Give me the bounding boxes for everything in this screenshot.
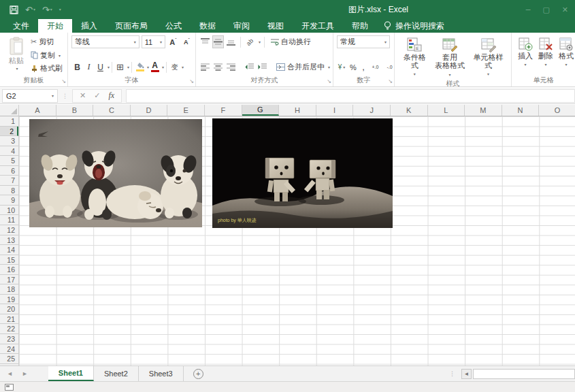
conditional-formatting-button[interactable]: ≤ 条件格式 ▾: [398, 35, 431, 79]
font-size-select[interactable]: 11 ▾: [142, 35, 165, 48]
row-header[interactable]: 23: [0, 334, 18, 344]
column-header[interactable]: D: [131, 105, 168, 116]
tab-scroll-splitter[interactable]: ⋮: [449, 370, 456, 377]
merge-center-button[interactable]: 合并后居中 ▾: [276, 61, 330, 73]
row-header[interactable]: 7: [0, 176, 18, 186]
cut-button[interactable]: ✂ 剪切: [31, 36, 63, 48]
ribbon-tab[interactable]: 开始: [38, 19, 72, 33]
column-header[interactable]: E: [167, 105, 205, 116]
row-header[interactable]: 8: [0, 186, 18, 196]
align-right-button[interactable]: [225, 61, 237, 74]
bold-button[interactable]: B: [71, 61, 83, 74]
borders-button[interactable]: ⊞: [114, 61, 126, 74]
column-header[interactable]: L: [428, 105, 465, 116]
phonetic-guide-button[interactable]: 变: [169, 61, 180, 74]
minimize-button[interactable]: ─: [526, 5, 531, 14]
increase-decimal-button[interactable]: +.0: [369, 61, 381, 74]
row-header[interactable]: 19: [0, 295, 18, 305]
row-header[interactable]: 6: [0, 166, 18, 176]
macro-record-button[interactable]: [5, 384, 14, 391]
row-header[interactable]: 17: [0, 275, 18, 285]
ribbon-tab[interactable]: 开发工具: [293, 19, 343, 33]
sheet-tab[interactable]: Sheet1: [48, 366, 94, 381]
grow-font-button[interactable]: Aˆ: [167, 35, 179, 48]
shrink-font-button[interactable]: Aˇ: [181, 35, 193, 48]
format-painter-button[interactable]: 格式刷: [31, 63, 63, 74]
embedded-image-puppies[interactable]: [29, 119, 202, 227]
row-header[interactable]: 16: [0, 265, 18, 275]
row-header[interactable]: 14: [0, 245, 18, 255]
row-header[interactable]: 24: [0, 344, 18, 355]
ribbon-tab[interactable]: 页面布局: [106, 19, 157, 33]
row-header[interactable]: 11: [0, 215, 18, 225]
name-box[interactable]: G2 ▾: [2, 89, 58, 103]
number-dialog-launcher[interactable]: ↘: [388, 79, 393, 84]
delete-cells-button[interactable]: 删除 ▾: [536, 35, 556, 76]
cancel-button[interactable]: ✕: [80, 91, 86, 100]
number-format-select[interactable]: 常规 ▾: [337, 35, 390, 48]
align-center-button[interactable]: [212, 61, 224, 74]
row-header[interactable]: 2: [0, 127, 18, 137]
column-header[interactable]: B: [56, 105, 94, 116]
font-name-select[interactable]: 等线 ▾: [71, 35, 139, 48]
insert-cells-button[interactable]: 插入 ▾: [515, 35, 536, 76]
row-header[interactable]: 18: [0, 284, 18, 295]
row-header[interactable]: 3: [0, 136, 18, 146]
row-header[interactable]: 9: [0, 195, 18, 206]
formula-splitter[interactable]: ⋮: [62, 93, 68, 99]
row-header[interactable]: 1: [0, 116, 18, 127]
ribbon-tab[interactable]: 插入: [72, 19, 106, 33]
row-header[interactable]: 10: [0, 206, 18, 216]
insert-function-button[interactable]: fx: [108, 91, 114, 101]
column-header[interactable]: M: [465, 105, 502, 116]
copy-button[interactable]: 复制 ▾: [31, 50, 63, 61]
sheet-nav-right-icon[interactable]: ►: [22, 370, 28, 377]
maximize-button[interactable]: ▢: [542, 5, 549, 14]
cell-styles-button[interactable]: 单元格样式 ▾: [468, 35, 508, 79]
accounting-format-button[interactable]: ¥ ▾: [337, 61, 346, 74]
embedded-image-danbo[interactable]: photo by 華人映迹: [212, 118, 393, 228]
italic-button[interactable]: I: [83, 61, 95, 74]
row-header[interactable]: 13: [0, 235, 18, 246]
paste-button[interactable]: 粘贴 ▾: [3, 35, 29, 76]
sheet-nav-left-icon[interactable]: ◄: [7, 370, 13, 377]
column-header[interactable]: I: [316, 105, 354, 116]
horizontal-scrollbar[interactable]: [473, 369, 575, 379]
alignment-dialog-launcher[interactable]: ↘: [327, 79, 331, 84]
ribbon-tab[interactable]: 审阅: [225, 19, 259, 33]
column-header[interactable]: A: [19, 105, 56, 116]
increase-indent-button[interactable]: [257, 61, 268, 74]
align-left-button[interactable]: [199, 61, 211, 74]
underline-button[interactable]: U: [95, 61, 106, 74]
undo-button[interactable]: ↶ ▾: [25, 5, 35, 14]
font-color-button[interactable]: A: [149, 61, 161, 74]
sheet-tab[interactable]: Sheet3: [139, 366, 184, 381]
select-all-corner[interactable]: [0, 105, 19, 116]
wrap-text-button[interactable]: 自动换行: [271, 36, 311, 48]
orientation-button[interactable]: ab: [244, 35, 256, 48]
row-header[interactable]: 20: [0, 304, 18, 314]
column-header[interactable]: H: [279, 105, 316, 116]
percent-style-button[interactable]: %: [349, 61, 357, 74]
row-header[interactable]: 25: [0, 354, 18, 364]
close-button[interactable]: ✕: [562, 5, 568, 14]
column-header[interactable]: J: [353, 105, 391, 116]
ribbon-tab[interactable]: 帮助: [343, 19, 377, 33]
clipboard-dialog-launcher[interactable]: ↘: [61, 79, 66, 84]
align-bottom-button[interactable]: [225, 35, 237, 48]
ribbon-tab[interactable]: 视图: [259, 19, 293, 33]
sheet-tab[interactable]: Sheet2: [94, 366, 139, 381]
ribbon-tab[interactable]: 公式: [157, 19, 191, 33]
comma-style-button[interactable]: ,: [360, 61, 367, 74]
hscroll-left-button[interactable]: ◄: [461, 369, 472, 379]
row-header[interactable]: 5: [0, 156, 18, 166]
redo-button[interactable]: ↷ ▾: [42, 5, 52, 14]
ribbon-tab[interactable]: 数据: [191, 19, 225, 33]
save-button[interactable]: [10, 5, 18, 14]
tell-me-search[interactable]: 操作说明搜索: [384, 19, 444, 33]
row-header[interactable]: 15: [0, 255, 18, 265]
align-top-button[interactable]: [199, 35, 211, 48]
ribbon-tab[interactable]: 文件: [4, 19, 38, 33]
row-header[interactable]: 21: [0, 314, 18, 325]
decrease-decimal-button[interactable]: -.0: [384, 61, 395, 74]
